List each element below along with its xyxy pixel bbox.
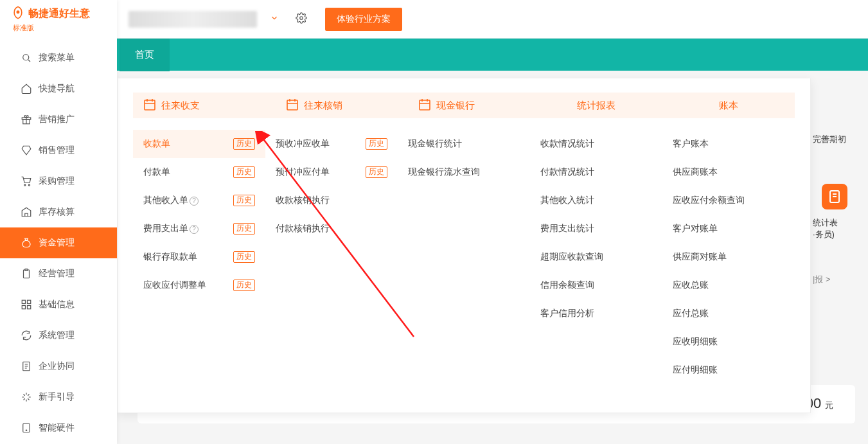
- sidebar-item-label: 库存核算: [39, 206, 75, 218]
- menu-item[interactable]: 客户账本: [662, 130, 795, 158]
- megamenu-col-header: 账本: [662, 93, 795, 118]
- megamenu-col-3: 统计报表收款情况统计付款情况统计其他收入统计费用支出统计超期应收款查询信用余额查…: [530, 93, 662, 384]
- sidebar-item-7[interactable]: 经营管理: [0, 258, 117, 289]
- sidebar-item-label: 企业协同: [39, 360, 75, 372]
- menu-item[interactable]: 付款单历史: [133, 158, 265, 186]
- sidebar-item-1[interactable]: 快捷导航: [0, 73, 117, 104]
- history-tag[interactable]: 历史: [233, 138, 255, 149]
- menu-item-label: 其他收入单?: [143, 195, 199, 206]
- menu-item[interactable]: 预付冲应付单历史: [265, 158, 398, 186]
- menu-item[interactable]: 付款情况统计: [530, 158, 662, 186]
- menu-item-label: 费用支出单?: [143, 223, 199, 235]
- menu-item-label: 付款情况统计: [540, 166, 594, 178]
- menu-item[interactable]: 费用支出单?历史: [133, 215, 265, 243]
- megamenu-col-header: 往来核销: [265, 93, 398, 118]
- menu-item[interactable]: 费用支出统计: [530, 215, 662, 243]
- menu-item[interactable]: 付款核销执行: [265, 215, 398, 243]
- menu-item[interactable]: 供应商账本: [662, 158, 795, 186]
- history-tag[interactable]: 历史: [233, 195, 255, 206]
- menu-item-label: 收款单: [143, 138, 170, 150]
- menu-item[interactable]: 预收冲应收单历史: [265, 130, 398, 158]
- sidebar-item-12[interactable]: 智能硬件: [0, 413, 117, 443]
- report-card-icon[interactable]: [822, 184, 847, 209]
- menu-item[interactable]: 收款情况统计: [530, 130, 662, 158]
- history-tag[interactable]: 历史: [233, 166, 255, 177]
- menu-item[interactable]: 其他收入单?历史: [133, 186, 265, 215]
- menu-item[interactable]: 其他收入统计: [530, 186, 662, 215]
- svg-point-4: [24, 184, 26, 186]
- menu-item[interactable]: 应收总账: [662, 271, 795, 299]
- menu-item[interactable]: 收款核销执行: [265, 186, 398, 215]
- menu-item[interactable]: 客户信用分析: [530, 299, 662, 328]
- sidebar-item-label: 经营管理: [39, 268, 75, 280]
- svg-point-15: [300, 16, 303, 19]
- menu-item[interactable]: 应收明细账: [662, 328, 795, 356]
- menu-item[interactable]: 供应商对账单: [662, 243, 795, 271]
- sidebar-item-label: 搜索菜单: [39, 52, 75, 64]
- menu-item[interactable]: 信用余额查询: [530, 271, 662, 299]
- bg-right-line1: 完善期初: [813, 134, 868, 145]
- doc-icon: [21, 360, 32, 372]
- org-dropdown-chevron-icon[interactable]: [270, 13, 279, 24]
- sparkle-icon: [21, 391, 32, 403]
- history-tag[interactable]: 历史: [366, 166, 387, 177]
- history-tag[interactable]: 历史: [366, 138, 387, 149]
- help-icon[interactable]: ?: [190, 225, 199, 234]
- sidebar-item-0[interactable]: 搜索菜单: [0, 42, 117, 73]
- top-bar: 体验行业方案: [117, 0, 868, 39]
- sidebar-item-label: 销售管理: [39, 145, 75, 156]
- menu-item[interactable]: 收款单历史: [133, 130, 265, 158]
- sidebar-item-6[interactable]: 资金管理: [0, 227, 117, 258]
- menu-item-label: 应收应付余额查询: [673, 195, 745, 206]
- industry-plan-button[interactable]: 体验行业方案: [325, 8, 402, 31]
- sidebar-item-8[interactable]: 基础信息: [0, 289, 117, 320]
- sidebar-item-4[interactable]: 采购管理: [0, 166, 117, 197]
- bg-right-panel: 完善期初 统计表 ·务员) |报 >: [813, 96, 868, 285]
- history-tag[interactable]: 历史: [233, 280, 255, 290]
- menu-item[interactable]: 应收应付调整单历史: [133, 271, 265, 299]
- sidebar-item-label: 快捷导航: [39, 83, 75, 94]
- menu-item-label: 客户信用分析: [540, 308, 594, 319]
- column-title: 现金银行: [436, 100, 475, 112]
- svg-point-5: [28, 184, 30, 186]
- settings-gear-icon[interactable]: [296, 12, 307, 26]
- sidebar-item-3[interactable]: 销售管理: [0, 135, 117, 166]
- menu-item[interactable]: 应付总账: [662, 299, 795, 328]
- menu-item[interactable]: 银行存取款单历史: [133, 243, 265, 271]
- menu-item[interactable]: 应收应付余额查询: [662, 186, 795, 215]
- menu-item-label: 应收明细账: [673, 336, 718, 348]
- megamenu-col-4: 账本客户账本供应商账本应收应付余额查询客户对账单供应商对账单应收总账应付总账应收…: [662, 93, 795, 384]
- sidebar-item-2[interactable]: 营销推广: [0, 104, 117, 135]
- menu-item-label: 应收应付调整单: [143, 280, 206, 291]
- megamenu-col-header: 往来收支: [133, 93, 265, 118]
- history-tag[interactable]: 历史: [233, 223, 255, 234]
- warehouse-icon: [21, 206, 32, 218]
- help-icon[interactable]: ?: [190, 197, 199, 206]
- menu-item[interactable]: 应付明细账: [662, 356, 795, 384]
- menu-item-label: 收款情况统计: [540, 138, 594, 150]
- org-name-blurred: [128, 11, 257, 28]
- menu-item[interactable]: 客户对账单: [662, 215, 795, 243]
- menu-item[interactable]: 现金银行流水查询: [398, 158, 530, 186]
- sidebar-item-9[interactable]: 系统管理: [0, 320, 117, 351]
- sidebar-item-11[interactable]: 新手引导: [0, 382, 117, 413]
- megamenu-col-header: 现金银行: [398, 93, 530, 118]
- money-bag-icon: [21, 237, 32, 249]
- sidebar-item-10[interactable]: 企业协同: [0, 351, 117, 382]
- funds-megamenu: 往来收支收款单历史付款单历史其他收入单?历史费用支出单?历史银行存取款单历史应收…: [117, 78, 811, 413]
- sidebar-item-5[interactable]: 库存核算: [0, 197, 117, 227]
- tab-home[interactable]: 首页: [120, 39, 170, 71]
- diamond-icon: [21, 145, 32, 156]
- home-icon: [21, 83, 32, 94]
- sidebar-nav: 搜索菜单快捷导航营销推广销售管理采购管理库存核算资金管理经营管理基础信息系统管理…: [0, 39, 117, 443]
- sidebar-item-label: 采购管理: [39, 175, 75, 187]
- svg-point-1: [23, 55, 29, 60]
- history-tag[interactable]: 历史: [233, 251, 255, 262]
- menu-item[interactable]: 现金银行统计: [398, 130, 530, 158]
- megamenu-col-0: 往来收支收款单历史付款单历史其他收入单?历史费用支出单?历史银行存取款单历史应收…: [133, 93, 265, 384]
- menu-item-label: 应收总账: [673, 280, 709, 291]
- menu-item-label: 客户对账单: [673, 223, 718, 235]
- column-header-icon: [142, 97, 157, 114]
- menu-item-label: 现金银行流水查询: [408, 166, 480, 178]
- menu-item[interactable]: 超期应收款查询: [530, 243, 662, 271]
